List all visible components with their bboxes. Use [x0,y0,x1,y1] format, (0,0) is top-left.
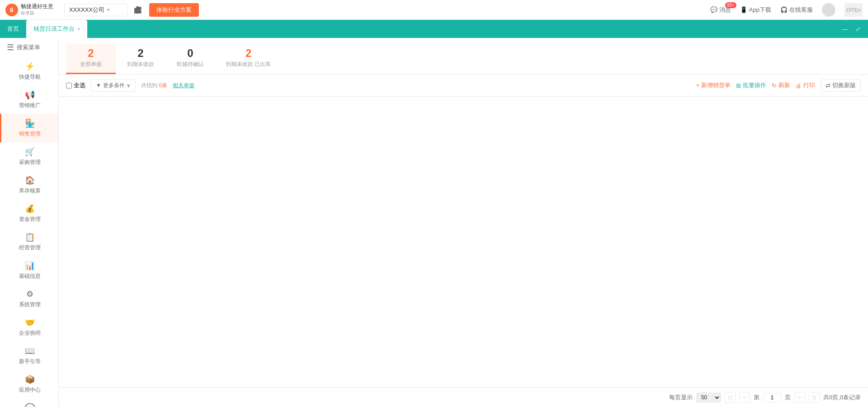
stats-tabs: 2 全部单据 2 到期未收款 0 旺辅待确认 2 到期未收款 已出库 [66,43,861,74]
avatar-text[interactable]: OfTEn [844,3,863,17]
company-selector[interactable]: XXXXXX公司 ▾ [64,4,127,16]
content-area: 2 全部单据 2 到期未收款 0 旺辅待确认 2 到期未收款 已出库 [59,38,868,407]
toolbar-right: + 新增销货单 ⊞ 批量操作 ↻ 刷新 🖨 打印 ⇄ 切换新版 [696,79,861,92]
print-icon: 🖨 [796,82,802,89]
sidebar-item-appcenter[interactable]: 📦 应用中心 [0,370,58,398]
page-number-input[interactable] [763,393,781,402]
inventory-icon: 🏠 [25,175,35,185]
top-header: 6 畅捷通好生意 标准版 XXXXXX公司 ▾ 体验行业方案 💬 消息 99+ … [0,0,868,20]
refresh-button[interactable]: ↻ 刷新 [772,81,790,89]
logo-icon: 6 [5,4,18,16]
app-download-button[interactable]: 📱 App下载 [740,6,771,14]
avatar[interactable] [822,3,835,17]
page-size-label: 每页显示 [669,393,693,402]
quicknav-icon: ⚡ [25,61,35,71]
tab-active[interactable]: 钱货日清工作台 × [26,20,87,38]
add-sales-order-button[interactable]: + 新增销货单 [696,81,731,89]
wechat-icon: 💬 [25,403,35,407]
purchase-icon: 🛒 [25,147,35,157]
chevron-down-icon: ▾ [107,7,109,12]
sidebar-item-system[interactable]: ⚙ 系统管理 [0,285,58,313]
found-count: 0条 [159,82,167,89]
stat-label-overdue: 到期未收款 [127,61,154,68]
experience-button[interactable]: 体验行业方案 [149,3,199,17]
filter-icon: ▼ [96,82,101,89]
stat-tab-overdue[interactable]: 2 到期未收款 [116,43,165,74]
online-service-button[interactable]: 🎧 在线客服 [780,6,813,14]
sidebar-item-purchase[interactable]: 🛒 采购管理 [0,142,58,171]
sidebar-item-enterprise[interactable]: 🤝 企业协同 [0,313,58,342]
batch-icon: ⊞ [736,82,741,89]
first-page-button[interactable]: ⟨⟨ [725,392,736,403]
switch-version-button[interactable]: ⇄ 切换新版 [821,79,861,92]
sales-icon: 🏪 [25,118,35,128]
stat-num-overdue: 2 [137,47,143,60]
sidebar-item-inventory[interactable]: 🏠 库存核算 [0,171,58,199]
page-label-suffix: 页 [785,393,791,402]
stat-tab-pending[interactable]: 0 旺辅待确认 [165,43,215,74]
sidebar-item-search[interactable]: ☰ 搜索菜单 [0,38,58,57]
company-name: XXXXXX公司 [69,6,104,14]
sidebar-item-quicknav[interactable]: ⚡ 快捷导航 [0,57,58,85]
messages-badge: 99+ [725,2,736,8]
stat-num-all: 2 [88,47,94,60]
sidebar-item-sales[interactable]: 🏪 销售管理 [0,114,58,142]
operations-icon: 📋 [25,232,35,242]
print-button[interactable]: 🖨 打印 [796,81,815,89]
tab-close-icon[interactable]: × [77,26,80,32]
search-menu-icon: ☰ [7,42,14,52]
select-all-input[interactable] [66,83,72,89]
refresh-icon: ↻ [772,82,777,89]
prev-page-button[interactable]: ＜ [739,392,750,403]
stat-num-shipped: 2 [245,47,251,60]
finance-icon: 💰 [25,204,35,214]
sidebar-item-guide[interactable]: 📖 新手引导 [0,342,58,370]
message-icon: 💬 [710,6,717,13]
logo-sub: 标准版 [21,10,53,16]
sidebar-item-operations[interactable]: 📋 经营管理 [0,228,58,256]
more-filter-button[interactable]: ▼ 更多条件 ∨ [91,80,136,92]
header-right: 💬 消息 99+ 📱 App下载 🎧 在线客服 OfTEn [710,3,863,17]
next-page-button[interactable]: ＞ [794,392,805,403]
last-page-button[interactable]: ⟩⟩ [809,392,820,403]
tab-expand-icon[interactable]: ⤢ [854,23,863,34]
stat-tab-shipped[interactable]: 2 到期未收款 已出库 [215,43,282,74]
sidebar-item-marketing[interactable]: 📢 营销推广 [0,85,58,114]
headset-icon: 🎧 [780,6,788,13]
pagination-bar: 每页显示 50 100 200 ⟨⟨ ＜ 第 页 ＞ ⟩⟩ 共0页,0条记录 [59,387,868,407]
sidebar-item-wechat[interactable]: 💬 企业微信 [0,398,58,407]
tab-bar-right: — ⤢ [840,23,868,34]
total-records-label: 共0页,0条记录 [823,393,861,402]
page-label-prefix: 第 [754,393,760,402]
appcenter-icon: 📦 [25,374,35,384]
stat-tab-all[interactable]: 2 全部单据 [66,43,116,74]
sidebar-item-finance[interactable]: 💰 资金管理 [0,199,58,228]
enterprise-icon: 🤝 [25,318,35,327]
stat-label-shipped: 到期未收款 已出库 [226,61,271,68]
tab-bar: 首页 钱货日清工作台 × — ⤢ [0,20,868,38]
batch-operations-button[interactable]: ⊞ 批量操作 [736,81,766,89]
marketing-icon: 📢 [25,90,35,100]
guide-icon: 📖 [25,346,35,356]
logo-text: 畅捷通好生意 [21,3,53,10]
page-size-select[interactable]: 50 100 200 [696,393,721,402]
stats-bar: 2 全部单据 2 到期未收款 0 旺辅待确认 2 到期未收款 已出库 [59,38,868,75]
tab-minimize-icon[interactable]: — [840,23,850,34]
stat-label-pending: 旺辅待确认 [177,61,204,68]
related-link[interactable]: 相关单据 [173,82,194,89]
select-all-checkbox[interactable]: 全选 [66,81,85,89]
logo-area: 6 畅捷通好生意 标准版 [5,3,64,17]
sidebar-item-basicinfo[interactable]: 📊 基础信息 [0,256,58,285]
stat-label-all: 全部单据 [80,61,102,68]
table-area [59,97,868,387]
main-layout: ☰ 搜索菜单 ⚡ 快捷导航 📢 营销推广 🏪 销售管理 🛒 采购管理 🏠 库存核… [0,38,868,407]
messages-button[interactable]: 💬 消息 99+ [710,6,731,14]
sidebar: ☰ 搜索菜单 ⚡ 快捷导航 📢 营销推广 🏪 销售管理 🛒 采购管理 🏠 库存核… [0,38,59,407]
switch-icon: ⇄ [826,82,830,89]
settings-button[interactable] [131,3,145,17]
tab-home[interactable]: 首页 [0,20,26,38]
basicinfo-icon: 📊 [25,261,35,271]
stat-num-pending: 0 [187,47,193,60]
phone-icon: 📱 [740,6,747,13]
found-text: 共找到 0条 [141,82,167,89]
